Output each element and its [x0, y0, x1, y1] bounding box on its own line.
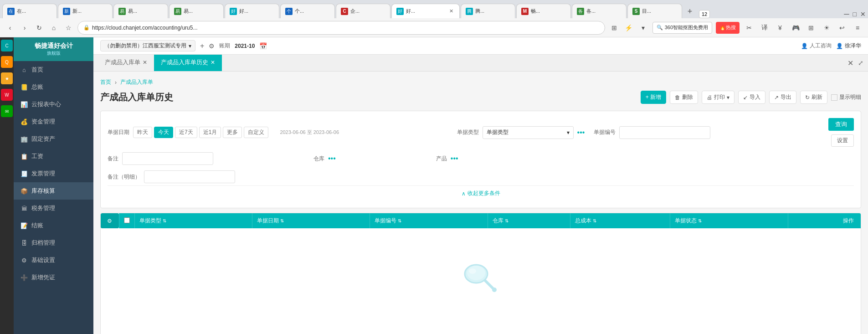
scissors-icon[interactable]: ✂ [743, 22, 755, 34]
browser-tab-1[interactable]: 在 在... [2, 4, 57, 18]
sort-total-cost[interactable]: 总成本 ⇅ [575, 217, 666, 225]
add-button[interactable]: + 新增 [641, 91, 666, 104]
date-btn-more[interactable]: 更多 [223, 127, 242, 138]
browser-tab-10[interactable]: M 畅... [516, 4, 571, 18]
minimize-btn[interactable]: ─ [844, 10, 849, 18]
th-type[interactable]: 单据类型 ⇅ [134, 213, 252, 228]
show-cols-toggle[interactable]: 显示明细 [831, 93, 861, 101]
type-more-icon[interactable]: ••• [577, 128, 585, 137]
sort-number[interactable]: 单据编号 ⇅ [375, 217, 483, 225]
undo-icon[interactable]: ↩ [836, 22, 848, 34]
detail-note-filter-input[interactable] [144, 170, 235, 183]
expand-icon[interactable]: ⤢ [858, 59, 863, 67]
sidebar-item-invoice[interactable]: 🧾 发票管理 [14, 165, 93, 182]
sidebar-item-cloud-report[interactable]: 📊 云报表中心 [14, 96, 93, 113]
user-name[interactable]: 👤 徐泽华 [836, 42, 861, 50]
sort-type[interactable]: 单据类型 ⇅ [139, 217, 247, 225]
browser-tab-11[interactable]: 各 各... [572, 4, 627, 18]
export-button[interactable]: ↗ 导出 [769, 91, 796, 104]
add-org-button[interactable]: + [200, 42, 204, 50]
display-icon[interactable]: ☀ [821, 22, 832, 34]
tab-count[interactable]: 12 [699, 10, 710, 18]
calendar-icon[interactable]: 📅 [259, 42, 267, 50]
quick-icon-3[interactable]: W [1, 89, 13, 101]
sort-status[interactable]: 单据状态 ⇅ [675, 217, 783, 225]
maximize-btn[interactable]: □ [853, 10, 857, 18]
browser-tab-12[interactable]: S 目... [627, 4, 682, 18]
sidebar-item-settlement[interactable]: 📝 结账 [14, 217, 93, 234]
tab-list[interactable]: 产成品入库单 ✕ [98, 55, 154, 71]
th-warehouse[interactable]: 仓库 ⇅ [488, 213, 570, 228]
grid-icon[interactable]: ⊞ [805, 22, 817, 34]
back-button[interactable]: ‹ [5, 22, 15, 33]
apps-button[interactable]: ⊞ [609, 22, 620, 33]
product-more-icon[interactable]: ••• [451, 154, 458, 163]
warehouse-more-icon[interactable]: ••• [328, 154, 336, 163]
quick-icon-4[interactable]: ✉ [1, 105, 13, 117]
breadcrumb-list[interactable]: 产成品入库单 [120, 78, 153, 86]
game-icon[interactable]: 🎮 [790, 22, 801, 34]
type-filter-select[interactable]: 单据类型 ▾ [483, 126, 574, 139]
print-button[interactable]: 🖨 打印 ▾ [702, 91, 734, 104]
currency-icon[interactable]: ¥ [774, 22, 786, 34]
date-btn-custom[interactable]: 自定义 [244, 127, 268, 138]
browser-tab-2[interactable]: 新 新... [58, 4, 113, 18]
th-number[interactable]: 单据编号 ⇅ [370, 213, 488, 228]
show-cols-checkbox[interactable] [831, 94, 837, 101]
tab-history[interactable]: 产成品入库单历史 ✕ [154, 55, 222, 71]
th-check[interactable] [119, 213, 134, 228]
sidebar-item-new-voucher[interactable]: ➕ 新增凭证 [14, 269, 93, 286]
close-panel-icon[interactable]: ✕ [847, 59, 853, 67]
org-selector[interactable]: （勿删勿禁用）江西服宝测试专用 ▾ [100, 40, 195, 51]
close-tab-history[interactable]: ✕ [211, 59, 215, 66]
quick-icon-1[interactable]: Q [1, 56, 13, 68]
forward-button[interactable]: › [19, 22, 30, 33]
browser-tab-3[interactable]: 易 易... [113, 4, 168, 18]
collapse-bar[interactable]: ∧ 收起更多条件 [108, 185, 854, 201]
close-tab-8[interactable]: ✕ [447, 8, 455, 15]
address-bar[interactable]: 🔒 https://cloud.chanjet.com/accounting/u… [77, 21, 605, 35]
lightning-button[interactable]: ⚡ [623, 22, 634, 33]
browser-search[interactable]: 🔍 360智能抠图免费用 [652, 22, 712, 34]
sidebar-item-inventory[interactable]: 📦 库存核算 [14, 182, 93, 200]
date-btn-yesterday[interactable]: 昨天 [133, 127, 152, 138]
sidebar-item-salary[interactable]: 📋 工资 [14, 148, 93, 165]
gear-settings-icon[interactable]: ⚙ [107, 218, 112, 224]
chanjet-logo[interactable]: C [1, 40, 13, 51]
translate-icon[interactable]: 译 [759, 22, 770, 34]
query-button[interactable]: 查询 [828, 118, 854, 131]
refresh-button[interactable]: ↻ [34, 22, 45, 33]
th-total-cost[interactable]: 总成本 ⇅ [570, 213, 670, 228]
refresh-button-action[interactable]: ↻ 刷新 [800, 91, 827, 104]
sidebar-item-archive[interactable]: 🗄 归档管理 [14, 234, 93, 252]
breadcrumb-home[interactable]: 首页 [100, 78, 111, 86]
close-tab-list[interactable]: ✕ [143, 59, 147, 66]
delete-button[interactable]: 🗑 删除 [670, 91, 698, 104]
sidebar-item-tax[interactable]: 🏛 税务管理 [14, 200, 93, 217]
sidebar-item-ledger[interactable]: 📒 总账 [14, 78, 93, 96]
browser-tab-5[interactable]: 好 好... [225, 4, 279, 18]
browser-tab-9[interactable]: 腾 腾... [461, 4, 515, 18]
browser-tab-6[interactable]: 个 个... [280, 4, 335, 18]
browser-tab-4[interactable]: 易 易... [169, 4, 224, 18]
quick-icon-2[interactable]: ★ [1, 72, 13, 84]
date-btn-today[interactable]: 今天 [154, 127, 173, 138]
sidebar-item-fixed-asset[interactable]: 🏢 固定资产 [14, 130, 93, 148]
new-tab-button[interactable]: + [683, 5, 697, 18]
th-status[interactable]: 单据状态 ⇅ [670, 213, 788, 228]
number-filter-input[interactable] [619, 126, 710, 139]
user-support[interactable]: 👤 人工咨询 [801, 42, 832, 50]
settings-button[interactable]: 设置 [831, 134, 854, 147]
select-all-checkbox[interactable] [124, 217, 130, 223]
home-button[interactable]: ⌂ [48, 22, 59, 33]
settings-icon[interactable]: ⚙ [209, 42, 215, 50]
sort-warehouse[interactable]: 仓库 ⇅ [493, 217, 565, 225]
dropdown-button[interactable]: ▾ [638, 22, 649, 33]
th-gear[interactable]: ⚙ [101, 213, 119, 228]
hot-search-button[interactable]: 🔥 热搜 [716, 22, 740, 34]
sidebar-item-home[interactable]: ⌂ 首页 [14, 61, 93, 78]
date-btn-7days[interactable]: 近7天 [175, 127, 197, 138]
bookmark-button[interactable]: ☆ [63, 22, 74, 33]
note-filter-input[interactable] [122, 152, 213, 165]
browser-tab-8[interactable]: 好 好... ✕ [391, 4, 460, 18]
